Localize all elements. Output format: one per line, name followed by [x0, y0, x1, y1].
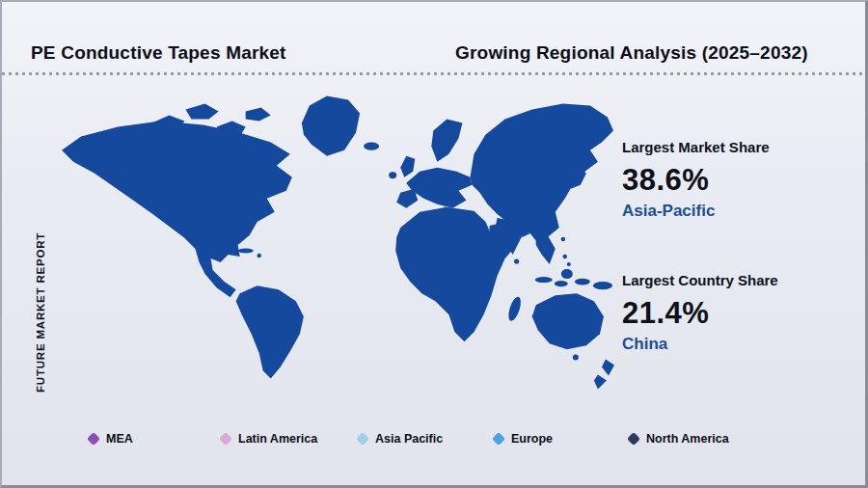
mea-dot-icon — [87, 432, 100, 446]
stat-value: 38.6% — [622, 163, 854, 198]
north-america-dot-icon — [627, 432, 640, 446]
infographic-frame: PE Conductive Tapes Market Growing Regio… — [0, 0, 868, 488]
asia-pacific-dot-icon — [356, 432, 369, 446]
legend-item-mea: MEA — [89, 432, 133, 446]
subtitle: Growing Regional Analysis (2025–2032) — [455, 42, 808, 64]
stat-country-share: Largest Country Share 21.4% China — [622, 272, 854, 354]
legend-label: North America — [646, 432, 729, 446]
legend-label: Europe — [511, 432, 553, 446]
stat-label: Largest Country Share — [622, 272, 854, 288]
stat-value: 21.4% — [622, 296, 854, 331]
stat-market-share: Largest Market Share 38.6% Asia-Pacific — [622, 139, 854, 221]
legend-item-europe: Europe — [494, 432, 553, 446]
brand-vertical-label: FUTURE MARKET REPORT — [31, 222, 50, 403]
page-title: PE Conductive Tapes Market — [31, 42, 286, 64]
legend-label: Latin America — [238, 432, 317, 446]
stat-label: Largest Market Share — [622, 139, 854, 155]
stat-region: China — [622, 335, 854, 354]
latin-america-dot-icon — [219, 432, 232, 446]
world-map-container — [60, 83, 621, 415]
legend-item-latin-america: Latin America — [221, 432, 317, 446]
legend-item-asia-pacific: Asia Pacific — [358, 432, 443, 446]
world-map — [60, 83, 621, 415]
legend-label: MEA — [106, 432, 133, 446]
europe-dot-icon — [492, 432, 505, 446]
stats-panel: Largest Market Share 38.6% Asia-Pacific … — [622, 139, 854, 387]
legend-item-north-america: North America — [629, 432, 729, 446]
stat-region: Asia-Pacific — [622, 202, 854, 221]
region-legend: MEA Latin America Asia Pacific Europe No… — [2, 432, 865, 449]
dotted-divider — [2, 72, 865, 75]
legend-label: Asia Pacific — [375, 432, 443, 446]
